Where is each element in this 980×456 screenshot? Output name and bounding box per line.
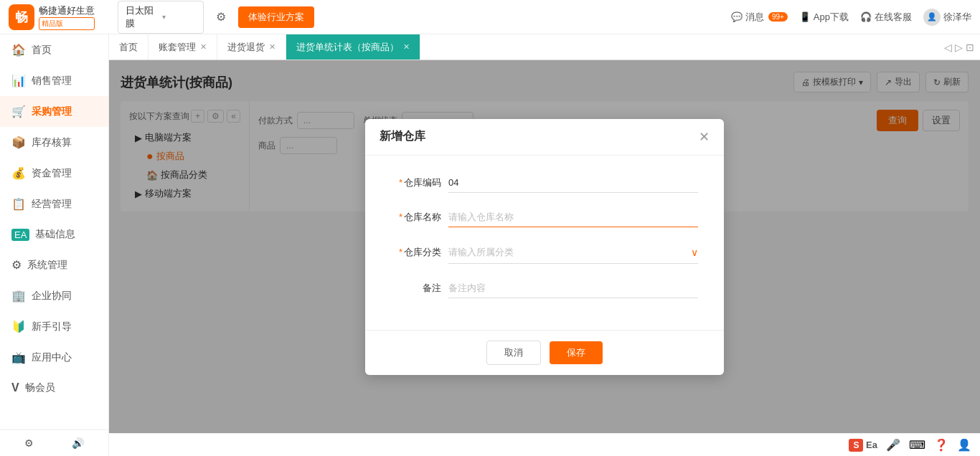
category-arrow-icon: ∨ xyxy=(691,247,698,258)
inventory-icon: 📦 xyxy=(11,136,26,149)
sidebar-item-inventory[interactable]: 📦 库存核算 xyxy=(0,127,108,158)
sidebar: 🏠 首页 📊 销售管理 🛒 采购管理 📦 库存核算 💰 资金管理 📋 经营管理 … xyxy=(0,34,109,456)
form-row-note: 备注 xyxy=(391,278,698,298)
save-button[interactable]: 保存 xyxy=(550,341,603,364)
home-icon: 🏠 xyxy=(11,43,26,57)
logo-area: 畅 畅捷通好生意 精品版 xyxy=(9,4,118,30)
message-icon: 💬 xyxy=(731,11,743,22)
sidebar-item-enterprise[interactable]: 🏢 企业协同 xyxy=(0,280,108,311)
logo-text: 畅捷通好生意 精品版 xyxy=(39,4,95,30)
tab-home[interactable]: 首页 xyxy=(109,34,149,60)
sidebar-item-guide[interactable]: 🔰 新手引导 xyxy=(0,311,108,342)
tab-close-stat[interactable]: ✕ xyxy=(403,42,410,52)
s-logo-icon: S xyxy=(849,439,863,452)
code-label: 仓库编码 xyxy=(391,176,448,189)
top-header: 畅 畅捷通好生意 精品版 日太阳膜 ▾ ⚙ 体验行业方案 💬 消息 99+ 📱 … xyxy=(0,0,980,34)
main-content: 进货单统计(按商品) 🖨 按模板打印 ▾ ↗ 导出 ↻ 刷新 xyxy=(109,60,980,433)
tab-next-icon[interactable]: ▷ xyxy=(955,42,963,53)
tab-close-return[interactable]: ✕ xyxy=(269,42,275,52)
tab-expand-icon[interactable]: ⊡ xyxy=(966,42,974,53)
modal-title: 新增仓库 xyxy=(380,129,425,144)
tab-bar-right: ◁ ▷ ⊡ xyxy=(938,34,980,60)
mic-icon[interactable]: 🎤 xyxy=(886,438,900,452)
sidebar-item-appcenter[interactable]: 📺 应用中心 xyxy=(0,342,108,373)
form-row-category: 仓库分类 请输入所属分类 ∨ xyxy=(391,242,698,264)
base-icon: EA xyxy=(11,229,29,241)
cancel-button[interactable]: 取消 xyxy=(486,341,541,365)
tab-purchase-return[interactable]: 进货退货 ✕ xyxy=(217,34,286,60)
store-selector[interactable]: 日太阳膜 ▾ xyxy=(118,1,204,34)
chevron-down-icon: ▾ xyxy=(162,13,196,21)
appcenter-icon: 📺 xyxy=(11,351,26,364)
sidebar-sound-icon[interactable]: 🔊 xyxy=(72,437,84,449)
tab-purchase-stat[interactable]: 进货单统计表（按商品） ✕ xyxy=(286,34,420,60)
settings-icon-btn[interactable]: ⚙ xyxy=(209,6,232,29)
keyboard-icon[interactable]: ⌨ xyxy=(909,438,925,452)
logo-icon: 畅 xyxy=(9,4,34,30)
new-warehouse-modal: 新增仓库 ✕ 仓库编码 仓库名称 xyxy=(365,119,724,375)
main-layout: 🏠 首页 📊 销售管理 🛒 采购管理 📦 库存核算 💰 资金管理 📋 经营管理 … xyxy=(0,34,980,456)
user-btn[interactable]: 👤 徐泽华 xyxy=(923,9,971,26)
sidebar-item-purchase[interactable]: 🛒 采购管理 xyxy=(0,96,108,127)
online-service-btn[interactable]: 🎧 在线客服 xyxy=(860,11,912,24)
messages-btn[interactable]: 💬 消息 99+ xyxy=(731,11,788,24)
code-input[interactable] xyxy=(448,173,698,193)
name-input[interactable] xyxy=(448,207,698,227)
headset-icon: 🎧 xyxy=(860,11,872,22)
finance-icon: 💰 xyxy=(11,166,26,180)
avatar: 👤 xyxy=(923,9,941,26)
sidebar-item-sales[interactable]: 📊 销售管理 xyxy=(0,65,108,96)
tab-prev-icon[interactable]: ◁ xyxy=(944,42,952,53)
right-area: 首页 账套管理 ✕ 进货退货 ✕ 进货单统计表（按商品） ✕ ◁ ▷ ⊡ xyxy=(109,34,980,456)
phone-icon: 📱 xyxy=(799,11,811,22)
tab-account[interactable]: 账套管理 ✕ xyxy=(149,34,217,60)
sidebar-bottom: ⚙ 🔊 xyxy=(0,429,108,456)
sidebar-item-vip[interactable]: V 畅会员 xyxy=(0,373,108,403)
note-label: 备注 xyxy=(391,282,448,295)
operations-icon: 📋 xyxy=(11,197,26,211)
modal-body: 仓库编码 仓库名称 仓库分类 请输入所属分类 xyxy=(365,156,724,330)
gear-icon: ⚙ xyxy=(216,10,226,24)
form-row-code: 仓库编码 xyxy=(391,173,698,193)
category-label: 仓库分类 xyxy=(391,246,448,259)
header-right: 💬 消息 99+ 📱 App下载 🎧 在线客服 👤 徐泽华 xyxy=(731,9,971,26)
tab-bar: 首页 账套管理 ✕ 进货退货 ✕ 进货单统计表（按商品） ✕ ◁ ▷ ⊡ xyxy=(109,34,980,60)
app-download-btn[interactable]: 📱 App下载 xyxy=(799,11,849,24)
sidebar-item-finance[interactable]: 💰 资金管理 xyxy=(0,158,108,189)
sales-icon: 📊 xyxy=(11,74,26,87)
bottom-bar: S Ea 🎤 ⌨ ❓ 👤 xyxy=(109,433,980,456)
help-icon[interactable]: ❓ xyxy=(934,438,948,452)
trial-button[interactable]: 体验行业方案 xyxy=(238,6,314,28)
sidebar-settings-icon[interactable]: ⚙ xyxy=(24,437,34,449)
system-icon: ⚙ xyxy=(11,258,22,272)
note-input[interactable] xyxy=(448,278,698,298)
modal-overlay: 新增仓库 ✕ 仓库编码 仓库名称 xyxy=(109,60,980,433)
sidebar-item-operations[interactable]: 📋 经营管理 xyxy=(0,189,108,219)
guide-icon: 🔰 xyxy=(11,320,26,333)
sidebar-item-base[interactable]: EA 基础信息 xyxy=(0,219,108,250)
bottom-label: S Ea xyxy=(849,440,877,450)
sidebar-item-home[interactable]: 🏠 首页 xyxy=(0,34,108,65)
purchase-icon: 🛒 xyxy=(11,105,26,118)
sidebar-item-system[interactable]: ⚙ 系统管理 xyxy=(0,250,108,280)
vip-icon: V xyxy=(11,381,19,394)
enterprise-icon: 🏢 xyxy=(11,289,26,303)
tab-close-account[interactable]: ✕ xyxy=(200,42,207,52)
user-bottom-icon[interactable]: 👤 xyxy=(957,438,971,452)
category-select[interactable]: 请输入所属分类 ∨ xyxy=(448,242,698,264)
name-label: 仓库名称 xyxy=(391,211,448,224)
modal-close-icon[interactable]: ✕ xyxy=(699,129,710,145)
modal-footer: 取消 保存 xyxy=(365,330,724,375)
modal-header: 新增仓库 ✕ xyxy=(365,119,724,156)
form-row-name: 仓库名称 xyxy=(391,207,698,227)
